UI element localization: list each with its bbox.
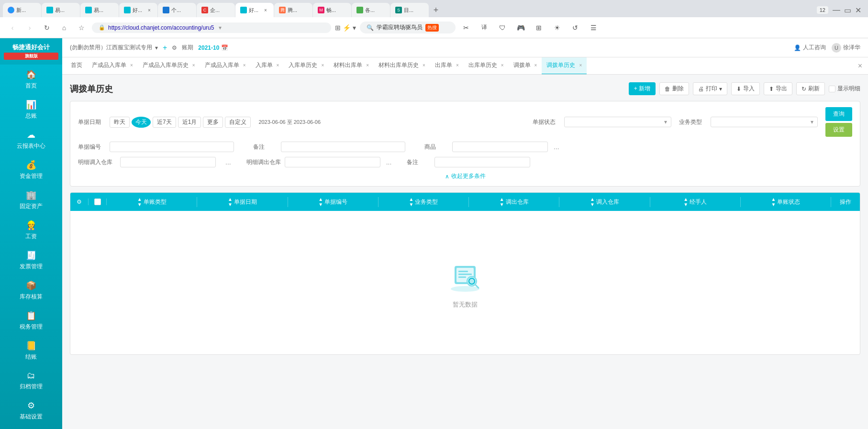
goods-input[interactable] <box>452 142 548 152</box>
page-tab-close-3[interactable]: × <box>243 63 246 68</box>
page-tab-close-7[interactable]: × <box>423 63 425 68</box>
th-in-warehouse[interactable]: ▲▼ 调入仓库 <box>559 197 650 207</box>
company-selector[interactable]: (勿删勿禁用）江西服宝测试专用 ▾ <box>70 44 158 52</box>
page-tab-home[interactable]: 首页 <box>66 57 87 75</box>
print-button[interactable]: 🖨 打印 ▾ <box>693 82 727 95</box>
game-icon[interactable]: 🎮 <box>514 21 527 34</box>
date-btn-1month[interactable]: 近1月 <box>178 117 201 128</box>
sidebar-item-archive[interactable]: 🗂 归档管理 <box>0 366 62 396</box>
browser-tab-9[interactable]: M 畅... <box>313 3 351 17</box>
browser-tab-1[interactable]: 🌐 新... <box>3 3 41 17</box>
tab-close-7[interactable]: × <box>262 7 269 13</box>
sidebar-logo[interactable]: 畅捷通好会计 旗舰版 <box>0 38 62 65</box>
page-tab-close-2[interactable]: × <box>192 63 195 68</box>
sidebar-item-assets[interactable]: 🏢 固定资产 <box>0 185 62 215</box>
search-bar[interactable]: 🔍 学霸应聘场驱鸟员 热搜 <box>360 22 456 33</box>
grid-icon[interactable]: ⊞ <box>335 24 341 32</box>
back-button[interactable]: ‹ <box>6 21 19 34</box>
to-warehouse-input[interactable] <box>285 157 380 167</box>
th-settings[interactable]: ⚙ <box>70 198 89 205</box>
sidebar-item-settings[interactable]: ⚙ 基础设置 <box>0 396 62 426</box>
period-selector[interactable]: 2021-10 📅 <box>198 44 228 51</box>
sidebar-item-salary[interactable]: 👷 工资 <box>0 215 62 245</box>
add-company-icon[interactable]: + <box>163 44 167 52</box>
sidebar-item-invoice[interactable]: 🧾 发票管理 <box>0 245 62 275</box>
scissors-icon[interactable]: ✂ <box>459 21 473 34</box>
page-tab-4[interactable]: 入库单 × <box>251 57 284 75</box>
menu-icon[interactable]: ☰ <box>587 21 600 34</box>
page-tab-9[interactable]: 出库单历史 × <box>464 57 509 75</box>
page-tab-1[interactable]: 产成品入库单 × <box>87 57 138 75</box>
page-tab-close-9[interactable]: × <box>501 63 504 68</box>
collapse-button[interactable]: ∧ 收起更多条件 <box>445 172 486 180</box>
lightning-icon[interactable]: ⚡ <box>343 24 351 32</box>
date-btn-more[interactable]: 更多 <box>203 117 223 128</box>
sidebar-item-close[interactable]: 📒 结账 <box>0 336 62 366</box>
page-tab-7[interactable]: 材料出库单历史 × <box>374 57 430 75</box>
browser-tab-4[interactable]: 好... × <box>119 3 157 17</box>
page-tab-3[interactable]: 产成品入库单 × <box>200 57 251 75</box>
page-tab-close-5[interactable]: × <box>321 63 324 68</box>
select-all-checkbox[interactable] <box>94 198 101 205</box>
sidebar-item-reports[interactable]: ☁ 云报表中心 <box>0 125 62 155</box>
date-btn-yesterday[interactable]: 昨天 <box>110 117 130 128</box>
minimize-icon[interactable]: — <box>833 6 840 14</box>
display-toggle[interactable]: 显示明细 <box>829 85 860 93</box>
assistant-link[interactable]: 👤 人工咨询 <box>794 44 826 52</box>
query-button[interactable]: 查询 <box>825 107 852 121</box>
bookmark-button[interactable]: ☆ <box>75 21 88 34</box>
remarks-input[interactable] <box>281 142 405 152</box>
browser-tab-5[interactable]: 个... <box>158 3 196 17</box>
page-tab-11[interactable]: 调拨单历史 × <box>542 57 587 75</box>
user-profile[interactable]: U 徐泽华 <box>832 43 860 53</box>
page-tab-close-11[interactable]: × <box>579 63 582 68</box>
tab-close-4[interactable]: × <box>146 7 153 13</box>
th-out-warehouse[interactable]: ▲▼ 调出仓库 <box>469 197 559 207</box>
sidebar-item-guide[interactable]: 📖 新手引导 <box>0 426 62 429</box>
page-tab-close-10[interactable]: × <box>534 63 537 68</box>
browser-tab-3[interactable]: 易... <box>80 3 119 17</box>
to-warehouse-picker-icon[interactable]: ... <box>386 158 392 166</box>
th-biz-type[interactable]: ▲▼ 业务类型 <box>378 197 469 207</box>
remarks2-input[interactable] <box>434 157 530 167</box>
close-all-tabs-button[interactable]: × <box>856 62 864 70</box>
maximize-icon[interactable]: ▭ <box>844 6 851 15</box>
th-doc-number[interactable]: ▲▼ 单据编号 <box>288 197 378 207</box>
refresh-button[interactable]: ↻ <box>40 21 54 34</box>
shield-icon[interactable]: 🛡 <box>496 21 509 34</box>
translate-icon[interactable]: 译 <box>478 21 491 34</box>
settings-gear-icon[interactable]: ⚙ <box>172 44 177 51</box>
browser-tab-6[interactable]: C 企... <box>197 3 235 17</box>
page-tab-close-4[interactable]: × <box>277 63 279 68</box>
undo-icon[interactable]: ↺ <box>568 21 582 34</box>
page-tab-close-6[interactable]: × <box>366 63 369 68</box>
page-tab-5[interactable]: 入库单历史 × <box>284 57 329 75</box>
date-btn-7days[interactable]: 近7天 <box>153 117 176 128</box>
browser-tab-11[interactable]: S 目... <box>390 3 429 17</box>
th-handler[interactable]: ▲▼ 经手人 <box>650 197 741 207</box>
from-warehouse-input[interactable] <box>120 157 216 167</box>
sidebar-item-funds[interactable]: 💰 资金管理 <box>0 155 62 185</box>
new-tab-button[interactable]: + <box>429 3 443 17</box>
th-checkbox[interactable] <box>89 198 107 205</box>
sidebar-item-tax[interactable]: 📋 税务管理 <box>0 306 62 336</box>
th-doc-status[interactable]: ▲▼ 单账状态 <box>741 197 831 207</box>
page-tab-10[interactable]: 调拨单 × <box>509 57 542 75</box>
sidebar-item-home[interactable]: 🏠 首页 <box>0 65 62 95</box>
page-tab-6[interactable]: 材料出库单 × <box>329 57 374 75</box>
status-select[interactable]: ▾ <box>564 117 671 127</box>
dropdown-arrow[interactable]: ▾ <box>353 24 356 32</box>
goods-picker-icon[interactable]: ... <box>554 143 559 151</box>
delete-button[interactable]: 🗑 删除 <box>659 82 689 95</box>
sidebar-item-inventory[interactable]: 📦 库存核算 <box>0 275 62 306</box>
theme-icon[interactable]: ☀ <box>550 21 564 34</box>
page-tab-close-8[interactable]: × <box>456 63 459 68</box>
sidebar-item-ledger[interactable]: 📊 总账 <box>0 95 62 125</box>
date-btn-today[interactable]: 今天 <box>132 117 151 128</box>
browser-tab-8[interactable]: 腾 腾... <box>274 3 312 17</box>
new-button[interactable]: + 新增 <box>629 82 656 95</box>
filter-settings-button[interactable]: 设置 <box>825 123 852 137</box>
home-button[interactable]: ⌂ <box>57 21 71 34</box>
address-input[interactable]: 🔒 https://cloud.chanjet.com/accounting/u… <box>92 22 331 33</box>
refresh-button[interactable]: ↻ 刷新 <box>796 82 825 95</box>
